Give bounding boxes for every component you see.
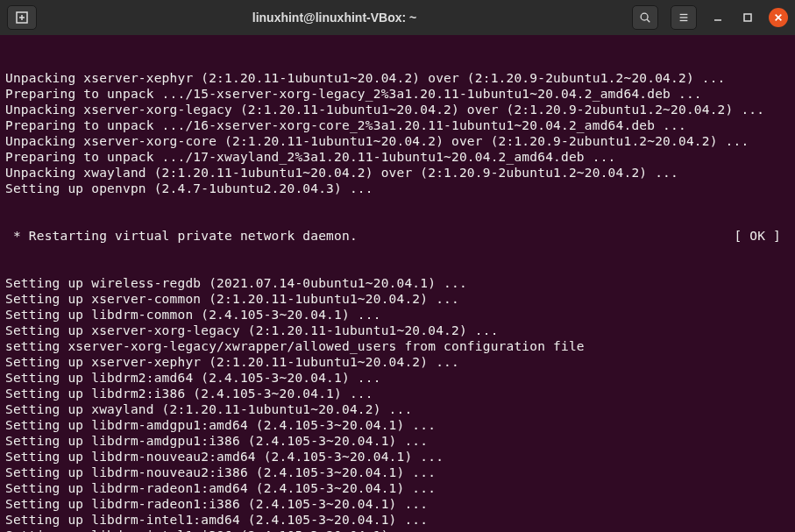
terminal-line: Unpacking xwayland (2:1.20.11-1ubuntu1~2… [5, 165, 790, 181]
titlebar: linuxhint@linuxhint-VBox: ~ [0, 0, 795, 35]
terminal-line: Setting up libdrm-radeon1:i386 (2.4.105-… [5, 496, 790, 512]
terminal-line: Setting up xwayland (2:1.20.11-1ubuntu1~… [5, 401, 790, 417]
terminal-line: Setting up libdrm-radeon1:amd64 (2.4.105… [5, 480, 790, 496]
terminal-line: Unpacking xserver-xorg-legacy (2:1.20.11… [5, 102, 790, 117]
terminal-line: Unpacking xserver-xephyr (2:1.20.11-1ubu… [5, 70, 790, 86]
terminal-line: Setting up xserver-xorg-legacy (2:1.20.1… [5, 323, 790, 338]
terminal-line: Preparing to unpack .../16-xserver-xorg-… [5, 117, 790, 133]
svg-line-4 [647, 19, 649, 22]
terminal-output[interactable]: Unpacking xserver-xephyr (2:1.20.11-1ubu… [0, 35, 795, 532]
terminal-line: Preparing to unpack .../15-xserver-xorg-… [5, 86, 790, 102]
terminal-line: Setting up libdrm-intel1:amd64 (2.4.105-… [5, 512, 790, 528]
titlebar-left [7, 5, 37, 30]
terminal-line: setting xserver-xorg-legacy/xwrapper/all… [5, 338, 790, 354]
window-title: linuxhint@linuxhint-VBox: ~ [44, 11, 625, 25]
terminal-line: Setting up libdrm-amdgpu1:amd64 (2.4.105… [5, 417, 790, 433]
terminal-line: Preparing to unpack .../17-xwayland_2%3a… [5, 149, 790, 165]
search-button[interactable] [632, 5, 658, 30]
minimize-button[interactable] [709, 9, 727, 26]
terminal-line: Setting up openvpn (2.4.7-1ubuntu2.20.04… [5, 181, 790, 196]
new-tab-button[interactable] [7, 5, 37, 30]
terminal-line: Setting up libdrm-intel1:i386 (2.4.105-3… [5, 528, 790, 532]
terminal-line: Setting up libdrm-common (2.4.105-3~20.0… [5, 307, 790, 323]
svg-point-3 [641, 13, 648, 20]
maximize-button[interactable] [739, 9, 756, 26]
svg-rect-9 [744, 14, 751, 21]
restart-text: * Restarting virtual private network dae… [5, 228, 358, 244]
terminal-line: Unpacking xserver-xorg-core (2:1.20.11-1… [5, 133, 790, 149]
terminal-line: Setting up libdrm2:i386 (2.4.105-3~20.04… [5, 386, 790, 401]
terminal-line: * Restarting virtual private network dae… [5, 228, 790, 244]
terminal-line: Setting up libdrm2:amd64 (2.4.105-3~20.0… [5, 370, 790, 386]
terminal-line: Setting up wireless-regdb (2021.07.14-0u… [5, 275, 790, 291]
ok-status: [ OK ] [734, 228, 790, 244]
menu-button[interactable] [671, 5, 697, 30]
terminal-line: Setting up xserver-common (2:1.20.11-1ub… [5, 291, 790, 307]
terminal-line: Setting up libdrm-nouveau2:i386 (2.4.105… [5, 465, 790, 480]
terminal-line: Setting up libdrm-amdgpu1:i386 (2.4.105-… [5, 433, 790, 449]
titlebar-right [632, 5, 788, 30]
close-button[interactable] [769, 8, 788, 27]
terminal-line: Setting up xserver-xephyr (2:1.20.11-1ub… [5, 354, 790, 370]
terminal-line: Setting up libdrm-nouveau2:amd64 (2.4.10… [5, 449, 790, 465]
